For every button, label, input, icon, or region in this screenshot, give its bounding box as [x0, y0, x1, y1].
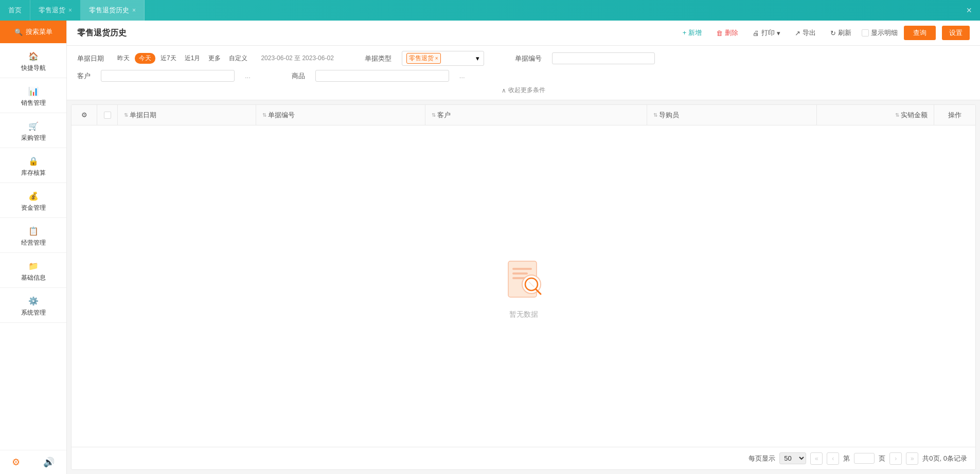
query-button[interactable]: 查询: [904, 26, 936, 40]
empty-state-icon: [498, 253, 549, 305]
date-btn-1month[interactable]: 近1月: [182, 53, 204, 64]
sidebar-item-label-sales-mgmt: 销售管理: [21, 99, 46, 107]
table-header: ⚙ ⇅ 单据日期 ⇅ 单据编号 ⇅ 客户 ⇅: [72, 105, 975, 125]
th-checkbox[interactable]: [97, 105, 118, 125]
date-btn-today[interactable]: 今天: [135, 53, 155, 64]
show-detail-checkbox[interactable]: [862, 29, 869, 37]
select-all-checkbox[interactable]: [104, 112, 111, 119]
type-tag-close[interactable]: ×: [435, 56, 438, 61]
sidebar-search-label: 搜索菜单: [26, 27, 52, 37]
sidebar-item-operation[interactable]: 📋 经营管理: [0, 218, 66, 253]
page-size-select[interactable]: 50 100 200: [779, 452, 806, 464]
basic-info-icon: 📁: [28, 260, 39, 271]
sidebar-item-label-quick-nav: 快捷导航: [21, 64, 46, 72]
date-btn-yesterday[interactable]: 昨天: [114, 53, 133, 64]
page-prefix: 第: [843, 454, 850, 463]
date-btn-custom[interactable]: 自定义: [226, 53, 251, 64]
inventory-icon: 🔒: [28, 155, 39, 167]
sidebar-search[interactable]: 🔍 搜索菜单: [0, 21, 66, 43]
sys-mgmt-icon: ⚙️: [28, 295, 39, 306]
print-icon: 🖨: [753, 29, 759, 37]
purchase-mgmt-icon: 🛒: [28, 120, 39, 132]
type-filter-tag: 零售退货 ×: [406, 53, 441, 64]
sidebar-item-label-operation: 经营管理: [21, 239, 46, 247]
th-settings[interactable]: ⚙: [72, 105, 97, 125]
tab-retail-return-history[interactable]: 零售退货历史 ×: [81, 0, 145, 21]
sales-mgmt-icon: 📊: [28, 85, 39, 97]
sidebar-item-basic-info[interactable]: 📁 基础信息: [0, 253, 66, 288]
sidebar-bottom: ⚙ 🔊: [0, 450, 66, 474]
export-icon: ↗: [795, 29, 800, 37]
th-amount[interactable]: ⇅ 实销金额: [817, 105, 934, 125]
export-button[interactable]: ↗ 导出: [791, 26, 820, 40]
th-date[interactable]: ⇅ 单据日期: [118, 105, 256, 125]
th-guide[interactable]: ⇅ 导购员: [647, 105, 817, 125]
operation-icon: 📋: [28, 225, 39, 236]
refresh-button[interactable]: ↻ 刷新: [826, 26, 856, 40]
filter-area: 单据日期 昨天 今天 近7天 近1月 更多 自定义 2023-06-02 至 2…: [67, 46, 980, 100]
collapse-button[interactable]: ∧ 收起更多条件: [77, 86, 970, 95]
tab-retail-return[interactable]: 零售退货 ×: [30, 0, 81, 21]
customer-filter-dots[interactable]: ...: [245, 72, 251, 80]
type-filter-select[interactable]: 零售退货 × ▾: [402, 51, 484, 66]
print-button[interactable]: 🖨 打印 ▾: [749, 26, 785, 40]
page-unit: 页: [879, 454, 885, 463]
prev-page-button[interactable]: ‹: [827, 452, 839, 465]
next-page-button[interactable]: ›: [889, 452, 902, 465]
quick-nav-icon: 🏠: [28, 50, 39, 62]
sidebar-item-sys-mgmt[interactable]: ⚙️ 系统管理: [0, 288, 66, 323]
date-btn-7days[interactable]: 近7天: [157, 53, 180, 64]
delete-button[interactable]: 🗑 删除: [712, 26, 742, 40]
audio-bottom-icon[interactable]: 🔊: [43, 457, 55, 468]
svg-rect-2: [512, 272, 528, 275]
goods-filter-input[interactable]: [315, 70, 449, 82]
customer-filter-input[interactable]: [101, 70, 235, 82]
header-actions: + 新增 🗑 删除 🖨 打印 ▾ ↗ 导出 ↻ 刷新: [679, 26, 970, 40]
tab-retail-return-close[interactable]: ×: [68, 7, 72, 14]
first-page-button[interactable]: «: [810, 452, 823, 465]
last-page-button[interactable]: »: [906, 452, 918, 465]
type-select-arrow: ▾: [476, 54, 479, 62]
svg-rect-1: [512, 268, 532, 270]
th-customer[interactable]: ⇅ 客户: [425, 105, 647, 125]
table-body: 暂无数据: [72, 125, 975, 447]
tab-retail-return-history-label: 零售退货历史: [89, 6, 129, 15]
sidebar-item-label-sys-mgmt: 系统管理: [21, 308, 46, 317]
settings-button[interactable]: 设置: [942, 26, 970, 40]
date-filter-label: 单据日期: [77, 54, 104, 63]
search-icon: 🔍: [14, 28, 23, 36]
sidebar-item-label-finance: 资金管理: [21, 204, 46, 212]
tab-home[interactable]: 首页: [0, 0, 30, 21]
sidebar-item-finance[interactable]: 💰 资金管理: [0, 183, 66, 218]
goods-filter-dots[interactable]: ...: [459, 72, 465, 80]
settings-bottom-icon[interactable]: ⚙: [12, 457, 20, 468]
th-guide-sort-icon: ⇅: [653, 112, 657, 118]
customer-filter-label: 客户: [77, 71, 91, 81]
empty-state-text: 暂无数据: [509, 310, 538, 319]
window-close-icon[interactable]: ×: [966, 5, 972, 16]
sidebar-item-inventory[interactable]: 🔒 库存核算: [0, 148, 66, 183]
print-dropdown-icon: ▾: [777, 29, 780, 37]
top-bar-right: ×: [966, 0, 980, 21]
filter-row-2: 客户 ... 商品 ...: [77, 70, 970, 82]
tab-retail-return-history-close[interactable]: ×: [132, 7, 136, 14]
date-btn-more[interactable]: 更多: [205, 53, 224, 64]
table-area: ⚙ ⇅ 单据日期 ⇅ 单据编号 ⇅ 客户 ⇅: [71, 104, 976, 470]
th-code-sort-icon: ⇅: [262, 112, 266, 118]
collapse-up-icon: ∧: [502, 87, 506, 94]
code-filter-input[interactable]: [552, 52, 655, 64]
sidebar-item-sales-mgmt[interactable]: 📊 销售管理: [0, 78, 66, 113]
sidebar-item-purchase-mgmt[interactable]: 🛒 采购管理: [0, 113, 66, 148]
th-ops: 操作: [934, 105, 975, 125]
refresh-icon: ↻: [830, 29, 836, 37]
sidebar-item-label-purchase-mgmt: 采购管理: [21, 134, 46, 142]
th-code[interactable]: ⇅ 单据编号: [256, 105, 426, 125]
filter-row-1: 单据日期 昨天 今天 近7天 近1月 更多 自定义 2023-06-02 至 2…: [77, 51, 970, 66]
add-button[interactable]: + 新增: [679, 26, 706, 40]
page-title: 零售退货历史: [77, 28, 127, 39]
page-number-input[interactable]: 1: [854, 453, 875, 464]
date-range-display: 2023-06-02 至 2023-06-02: [261, 54, 333, 63]
sidebar-item-label-basic-info: 基础信息: [21, 274, 46, 282]
sidebar-item-quick-nav[interactable]: 🏠 快捷导航: [0, 43, 66, 78]
show-detail-toggle[interactable]: 显示明细: [862, 28, 898, 38]
